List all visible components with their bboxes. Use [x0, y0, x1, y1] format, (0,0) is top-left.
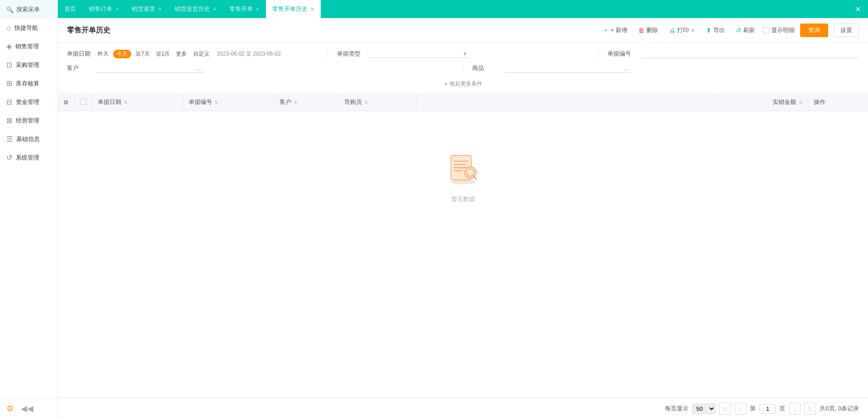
sort-doc-date-icon[interactable]: ⇅	[124, 100, 128, 105]
sort-doc-num-icon[interactable]: ⇅	[214, 100, 218, 105]
date-btn-more[interactable]: 更多	[174, 50, 189, 58]
settings-gear-icon[interactable]: ⚙	[6, 404, 14, 414]
doc-type-select[interactable]: ▼	[370, 50, 469, 58]
add-button[interactable]: ＋ + 新增	[600, 24, 630, 36]
th-gear[interactable]: ⚙	[58, 94, 75, 111]
th-customer[interactable]: 客户 ⇅	[274, 94, 338, 111]
th-guide[interactable]: 导购员 ⇅	[338, 94, 416, 111]
print-icon: 🖨	[669, 27, 675, 34]
data-table: ⚙ 单据日期 ⇅ 单据编号 ⇅	[58, 94, 868, 221]
page-next-btn[interactable]: ⟩	[789, 403, 801, 414]
home-icon: ⌂	[6, 24, 11, 32]
page-num-input[interactable]	[759, 404, 776, 414]
customer-dots-icon[interactable]: ...	[197, 64, 203, 72]
date-btn-today[interactable]: 今天	[113, 50, 131, 58]
customer-input-wrapper: ...	[96, 64, 204, 73]
sidebar-item-label: 采购管理	[16, 61, 39, 69]
window-close-icon[interactable]: ✕	[855, 5, 861, 14]
header-checkbox[interactable]	[80, 99, 86, 105]
show-detail-checkbox[interactable]	[763, 27, 769, 33]
date-btn-7days[interactable]: 近7天	[134, 50, 152, 58]
th-check[interactable]	[75, 94, 92, 111]
settings-button[interactable]: 设置	[834, 24, 859, 37]
sidebar-item-system-mgmt[interactable]: ↺ 系统管理	[0, 148, 57, 167]
sidebar-item-inventory[interactable]: ⊞ 库存核算	[0, 74, 57, 93]
tab-sales-order-close[interactable]: ✕	[115, 6, 119, 12]
sidebar-item-quick-nav[interactable]: ⌂ 快捷导航	[0, 19, 57, 37]
sidebar-item-base-info[interactable]: ☰ 基础信息	[0, 130, 57, 148]
main-content: 首页 销售订单 ✕ 销货退货 ✕ 销货退货历史 ✕ 零售开单 ✕ 零售开单历史 …	[58, 0, 868, 419]
pagination: 每页显示 10 20 50 100 ⟨⟨ ⟨ 第 页 ⟩ ⟩⟩ 共0页, 0条记…	[58, 398, 868, 419]
sidebar-item-purchase-mgmt[interactable]: ⊡ 采购管理	[0, 56, 57, 74]
system-icon: ↺	[6, 153, 12, 162]
th-doc-date-label: 单据日期	[98, 99, 121, 105]
tab-sales-return-history-close[interactable]: ✕	[213, 6, 217, 12]
refresh-label: 刷新	[743, 26, 755, 34]
customer-input[interactable]	[98, 65, 203, 71]
delete-label: 删除	[646, 26, 658, 34]
collapse-filter-bar[interactable]: ∧ 收起更多条件	[67, 78, 859, 91]
print-button[interactable]: 🖨 打印 ▼	[666, 24, 698, 36]
empty-state: 暂无数据	[58, 111, 868, 221]
empty-illustration	[443, 147, 484, 188]
base-icon: ☰	[6, 135, 13, 143]
doc-num-input[interactable]	[642, 50, 857, 57]
th-amount[interactable]: 实销金额 ⇅	[717, 94, 808, 111]
date-range-text: 2023-06-02 至 2023-06-02	[217, 50, 280, 58]
page-header: 零售开单历史 ＋ + 新增 🗑 删除 🖨 打印 ▼ ⬆ 导出	[58, 18, 868, 43]
sidebar-item-operations[interactable]: ⊠ 经营管理	[0, 111, 57, 130]
tab-sales-return-history[interactable]: 销货退货历史 ✕	[168, 0, 223, 18]
sort-amount-icon[interactable]: ⇅	[799, 100, 802, 105]
sidebar-bottom: ⚙ ◀◀	[0, 398, 57, 419]
date-btn-custom[interactable]: 自定义	[191, 50, 211, 58]
tab-retail-order-history[interactable]: 零售开单历史 ✕	[266, 0, 321, 18]
sidebar-item-sales-mgmt[interactable]: ◈ 销售管理	[0, 37, 57, 56]
total-text: 共0页, 0条记录	[820, 405, 859, 413]
filter-row-1: 单据日期 昨天 今天 近7天 近1月 更多 自定义 2023-06-02 至 2…	[67, 49, 859, 58]
tab-sales-order[interactable]: 销售订单 ✕	[82, 0, 125, 18]
query-button[interactable]: 查询	[800, 24, 828, 37]
sort-guide-icon[interactable]: ⇅	[364, 100, 368, 105]
page-prev-btn[interactable]: ⟨	[735, 403, 746, 414]
per-page-select[interactable]: 10 20 50 100	[692, 404, 716, 414]
page-last-btn[interactable]: ⟩⟩	[804, 403, 816, 414]
delete-button[interactable]: 🗑 删除	[636, 24, 661, 36]
export-button[interactable]: ⬆ 导出	[703, 24, 728, 36]
gear-icon[interactable]: ⚙	[63, 99, 69, 106]
th-action: 操作	[808, 94, 868, 111]
refresh-button[interactable]: ↺ 刷新	[733, 24, 758, 36]
tab-sales-return[interactable]: 销货退货 ✕	[125, 0, 168, 18]
sidebar-search[interactable]: 🔍 搜索采单	[0, 0, 57, 19]
date-label: 单据日期	[67, 50, 96, 58]
page-content: 零售开单历史 ＋ + 新增 🗑 删除 🖨 打印 ▼ ⬆ 导出	[58, 18, 868, 419]
date-btn-1month[interactable]: 近1月	[154, 50, 172, 58]
th-doc-date[interactable]: 单据日期 ⇅	[92, 94, 183, 111]
filter-docnum-segment: 单据编号	[607, 49, 859, 58]
sort-customer-icon[interactable]: ⇅	[294, 100, 297, 105]
add-icon: ＋	[602, 26, 609, 34]
empty-cell: 暂无数据	[58, 111, 868, 222]
tab-sales-return-close[interactable]: ✕	[158, 6, 162, 12]
sidebar-item-finance[interactable]: ⊟ 资金管理	[0, 93, 57, 111]
goods-dots-icon[interactable]: ...	[624, 64, 630, 72]
page-title: 零售开单历史	[67, 26, 110, 35]
sidebar-item-label: 资金管理	[16, 98, 39, 106]
goods-input[interactable]	[507, 65, 630, 71]
date-btn-yesterday[interactable]: 昨天	[96, 50, 110, 58]
tab-retail-order-close[interactable]: ✕	[256, 6, 260, 12]
page-first-btn[interactable]: ⟨⟨	[719, 403, 731, 414]
tab-home[interactable]: 首页	[58, 0, 82, 18]
print-chevron-icon[interactable]: ▼	[691, 28, 695, 33]
tab-bar: 首页 销售订单 ✕ 销货退货 ✕ 销货退货历史 ✕ 零售开单 ✕ 零售开单历史 …	[58, 0, 868, 18]
show-detail-text: 显示明细	[771, 26, 795, 34]
tab-retail-order[interactable]: 零售开单 ✕	[223, 0, 266, 18]
chevron-up-icon: ∧	[444, 81, 448, 87]
sidebar-item-label: 库存核算	[16, 80, 39, 88]
sales-icon: ◈	[6, 42, 12, 51]
tab-retail-order-history-close[interactable]: ✕	[310, 6, 314, 12]
th-doc-num[interactable]: 单据编号 ⇅	[183, 94, 274, 111]
sidebar-item-label: 快捷导航	[14, 24, 38, 32]
collapse-sidebar-icon[interactable]: ◀◀	[21, 404, 33, 414]
sidebar-item-label: 经营管理	[16, 117, 39, 125]
show-detail-toggle[interactable]: 显示明细	[763, 26, 795, 34]
